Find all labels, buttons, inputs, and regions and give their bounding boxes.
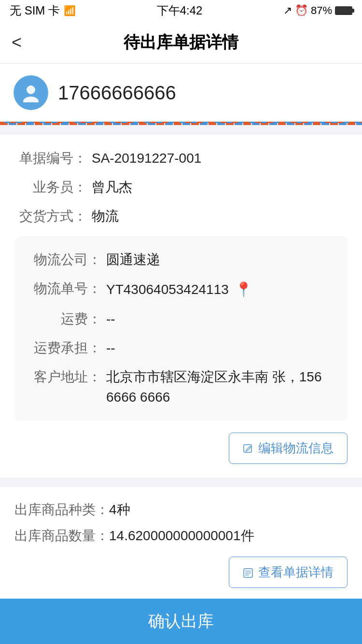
avatar bbox=[14, 75, 48, 110]
logistics-card: 物流公司： 圆通速递 物流单号： YT43064053424113 📍 运费： … bbox=[14, 236, 348, 421]
product-types-label: 出库商品种类： bbox=[14, 501, 109, 519]
page-title: 待出库单据详情 bbox=[124, 31, 238, 54]
address-value: 北京市市辖区海淀区永丰南 张，156 6666 6666 bbox=[101, 367, 333, 407]
location-status-icon: ↗ bbox=[283, 4, 292, 17]
freight-bearer-value: -- bbox=[101, 338, 333, 358]
edit-icon bbox=[243, 441, 253, 456]
confirm-button[interactable]: 确认出库 bbox=[0, 610, 362, 632]
salesman-label: 业务员： bbox=[14, 177, 87, 197]
doc-no-row: 单据编号： SA-20191227-001 bbox=[14, 148, 348, 168]
address-row: 客户地址： 北京市市辖区海淀区永丰南 张，156 6666 6666 bbox=[29, 367, 333, 407]
tracking-row: 物流单号： YT43064053424113 📍 bbox=[29, 279, 333, 300]
address-label: 客户地址： bbox=[29, 367, 101, 387]
status-time: 下午4:42 bbox=[157, 3, 203, 18]
freight-bearer-label: 运费承担： bbox=[29, 338, 101, 358]
battery-icon bbox=[335, 6, 352, 15]
salesman-row: 业务员： 曾凡杰 bbox=[14, 177, 348, 197]
tracking-value: YT43064053424113 📍 bbox=[101, 279, 333, 300]
product-qty-row: 出库商品数量： 14.620000000000001件 bbox=[14, 527, 348, 545]
product-qty-value: 14.620000000000001件 bbox=[109, 527, 348, 545]
logistics-company-value: 圆通速递 bbox=[101, 250, 333, 270]
user-phone: 17666666666 bbox=[58, 82, 176, 104]
tracking-label: 物流单号： bbox=[29, 279, 101, 299]
delivery-type-value: 物流 bbox=[87, 206, 348, 226]
svg-point-0 bbox=[27, 85, 35, 94]
status-right: ↗ ⏰ 87% bbox=[283, 4, 352, 17]
freight-bearer-row: 运费承担： -- bbox=[29, 338, 333, 358]
svg-point-1 bbox=[23, 97, 39, 102]
back-button[interactable]: < bbox=[12, 32, 22, 53]
product-types-row: 出库商品种类： 4种 bbox=[14, 501, 348, 519]
summary-section: 出库商品种类： 4种 出库商品数量： 14.620000000000001件 查… bbox=[0, 487, 362, 602]
doc-no-value: SA-20191227-001 bbox=[87, 148, 348, 168]
freight-value: -- bbox=[101, 309, 333, 329]
salesman-value: 曾凡杰 bbox=[87, 177, 348, 197]
tracking-location-icon[interactable]: 📍 bbox=[235, 279, 252, 300]
alarm-icon: ⏰ bbox=[295, 4, 308, 17]
edit-logistics-button[interactable]: 编辑物流信息 bbox=[229, 433, 348, 464]
product-types-value: 4种 bbox=[109, 501, 348, 519]
tracking-number: YT43064053424113 bbox=[106, 280, 229, 300]
details-icon bbox=[243, 565, 253, 580]
dashed-divider bbox=[0, 123, 362, 125]
delivery-type-label: 交货方式： bbox=[14, 206, 87, 226]
battery-percent: 87% bbox=[311, 4, 332, 17]
nav-bar: < 待出库单据详情 bbox=[0, 21, 362, 64]
carrier-label: 无 SIM 卡 bbox=[10, 3, 60, 18]
status-bar: 无 SIM 卡 📶 下午4:42 ↗ ⏰ 87% bbox=[0, 0, 362, 21]
logistics-company-row: 物流公司： 圆通速递 bbox=[29, 250, 333, 270]
freight-row: 运费： -- bbox=[29, 309, 333, 329]
view-details-label: 查看单据详情 bbox=[258, 564, 334, 581]
status-left: 无 SIM 卡 📶 bbox=[10, 3, 76, 18]
edit-logistics-area: 编辑物流信息 bbox=[14, 433, 348, 464]
wifi-icon: 📶 bbox=[64, 5, 76, 16]
view-details-button[interactable]: 查看单据详情 bbox=[229, 557, 348, 588]
freight-label: 运费： bbox=[29, 309, 101, 329]
doc-no-label: 单据编号： bbox=[14, 148, 87, 168]
view-details-area: 查看单据详情 bbox=[14, 557, 348, 588]
user-header: 17666666666 bbox=[0, 64, 362, 123]
edit-logistics-label: 编辑物流信息 bbox=[258, 440, 334, 457]
product-qty-label: 出库商品数量： bbox=[14, 527, 109, 545]
delivery-type-row: 交货方式： 物流 bbox=[14, 206, 348, 226]
confirm-area: 确认出库 bbox=[0, 599, 362, 644]
document-info-section: 单据编号： SA-20191227-001 业务员： 曾凡杰 交货方式： 物流 … bbox=[0, 135, 362, 477]
logistics-company-label: 物流公司： bbox=[29, 250, 101, 270]
